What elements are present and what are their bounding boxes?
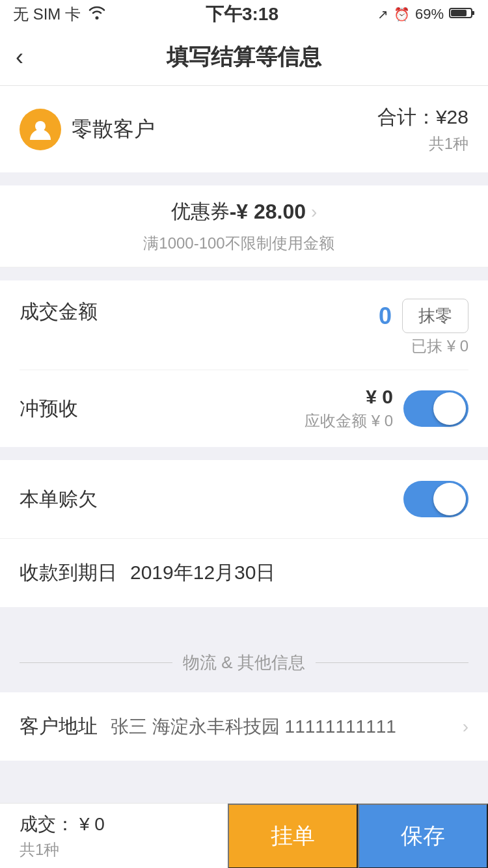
round-button[interactable]: 抹零 [402, 299, 468, 333]
due-date-value: 2019年12月30日 [130, 560, 275, 586]
battery-text: 69% [415, 6, 444, 23]
address-section[interactable]: 客户地址 张三 海淀永丰科技园 11111111111 › [0, 692, 488, 761]
total-amount: 合计：¥28 [377, 104, 468, 131]
coupon-amount: -¥ 28.00 [230, 200, 306, 224]
transaction-label: 成交金额 [20, 299, 98, 325]
logistics-divider: 物流 & 其他信息 [0, 633, 488, 692]
credit-label: 本单赊欠 [20, 486, 98, 513]
save-button[interactable]: 保存 [358, 804, 488, 869]
avatar [20, 109, 61, 150]
credit-section: 本单赊欠 收款到期日 2019年12月30日 [0, 460, 488, 607]
transaction-value: 0 [379, 303, 392, 330]
toggle-knob [433, 392, 466, 425]
page-title: 填写结算等信息 [167, 42, 321, 72]
credit-row: 本单赊欠 [0, 460, 488, 539]
prepayment-label: 冲预收 [20, 396, 78, 422]
transaction-section: 成交金额 0 抹零 已抹 ¥ 0 冲预收 ¥ 0 应收金额 ¥ 0 [0, 280, 488, 447]
logistics-label: 物流 & 其他信息 [183, 651, 305, 674]
customer-right: 合计：¥28 共1种 [377, 104, 468, 154]
receivable-label: 应收金额 ¥ 0 [305, 411, 393, 431]
svg-rect-1 [472, 11, 474, 15]
coupon-label: 优惠券 [171, 198, 230, 225]
address-chevron-icon: › [463, 716, 468, 737]
wifi-icon [87, 5, 107, 23]
address-row[interactable]: 客户地址 张三 海淀永丰科技园 11111111111 › [0, 692, 488, 761]
bottom-transaction-label: 成交： [20, 812, 74, 837]
prepayment-toggle[interactable] [403, 390, 468, 427]
alarm-icon: ⏰ [394, 7, 410, 22]
customer-section: 零散客户 合计：¥28 共1种 [0, 86, 488, 172]
customer-left: 零散客户 [20, 109, 155, 150]
pending-button[interactable]: 挂单 [228, 804, 358, 869]
prepayment-amount: ¥ 0 [305, 386, 393, 408]
bottom-transaction-row: 成交： ¥ 0 [20, 812, 208, 837]
bottom-bar: 成交： ¥ 0 共1种 挂单 保存 [0, 803, 488, 868]
credit-toggle[interactable] [403, 481, 468, 517]
bottom-summary: 成交： ¥ 0 共1种 [0, 812, 228, 860]
bottom-count: 共1种 [20, 839, 208, 860]
prepayment-row: 冲预收 ¥ 0 应收金额 ¥ 0 [0, 370, 488, 447]
back-button[interactable]: ‹ [16, 44, 23, 71]
due-date-label: 收款到期日 [20, 560, 117, 586]
svg-rect-2 [451, 10, 467, 16]
deducted-label: 已抹 ¥ 0 [411, 336, 468, 357]
logistics-section: 物流 & 其他信息 客户地址 张三 海淀永丰科技园 11111111111 › [0, 620, 488, 761]
coupon-section[interactable]: 优惠券 -¥ 28.00 › 满1000-100不限制使用金额 [0, 185, 488, 267]
customer-name: 零散客户 [72, 115, 155, 144]
coupon-description: 满1000-100不限制使用金额 [143, 233, 334, 254]
transaction-row: 成交金额 0 抹零 [0, 280, 488, 333]
chevron-right-icon: › [311, 202, 317, 223]
address-label: 客户地址 [20, 713, 98, 740]
total-count: 共1种 [377, 133, 468, 154]
due-date-row: 收款到期日 2019年12月30日 [0, 539, 488, 607]
credit-toggle-knob [433, 483, 466, 515]
status-bar: 无 SIM 卡 下午3:18 ↗ ⏰ 69% [0, 0, 488, 29]
nav-bar: ‹ 填写结算等信息 [0, 29, 488, 86]
no-sim-label: 无 SIM 卡 [13, 4, 81, 25]
bottom-transaction-value: ¥ 0 [79, 814, 105, 835]
coupon-row[interactable]: 优惠券 -¥ 28.00 › 满1000-100不限制使用金额 [0, 185, 488, 267]
status-time: 下午3:18 [206, 2, 278, 27]
battery-icon [449, 5, 475, 23]
customer-row: 零散客户 合计：¥28 共1种 [0, 86, 488, 172]
status-left: 无 SIM 卡 [13, 4, 107, 25]
status-right: ↗ ⏰ 69% [377, 5, 475, 23]
address-value: 张三 海淀永丰科技园 11111111111 [111, 714, 450, 739]
deducted-row: 已抹 ¥ 0 [0, 333, 488, 370]
location-icon: ↗ [377, 7, 388, 22]
